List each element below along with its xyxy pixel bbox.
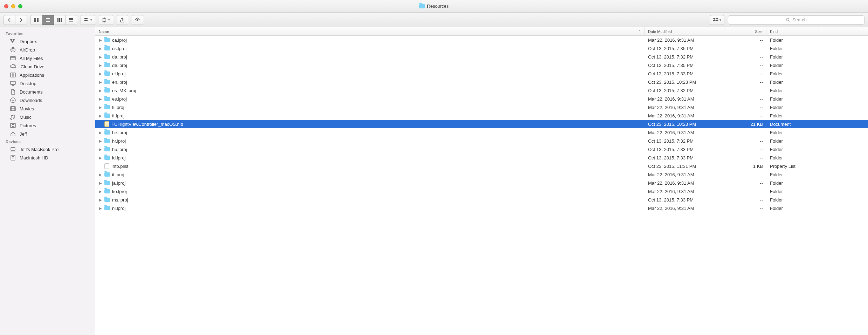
file-date: Mar 22, 2016, 9:31 AM — [645, 105, 724, 110]
file-row[interactable]: ▶es.lprojMar 22, 2016, 9:31 AM--Folder — [95, 95, 868, 103]
file-name: ms.lproj — [112, 197, 128, 203]
sidebar-item-desktop[interactable]: Desktop — [0, 79, 95, 88]
sidebar-item-label: Dropbox — [20, 39, 37, 44]
file-row[interactable]: ▶id.lprojOct 13, 2015, 7:33 PM--Folder — [95, 153, 868, 162]
file-row[interactable]: ▶ms.lprojOct 13, 2015, 7:33 PM--Folder — [95, 196, 868, 204]
disclosure-triangle-icon[interactable]: ▶ — [99, 55, 102, 59]
disclosure-triangle-icon[interactable]: ▶ — [99, 198, 102, 202]
view-list-button[interactable] — [42, 15, 54, 25]
file-row[interactable]: ▶ja.lprojMar 22, 2016, 9:31 AM--Folder — [95, 179, 868, 187]
sidebar-item-label: Jeff — [20, 131, 27, 137]
file-row[interactable]: ▶it.lprojMar 22, 2016, 9:31 AM--Folder — [95, 170, 868, 179]
file-row[interactable]: ▶ca.lprojMar 22, 2016, 9:31 AM--Folder — [95, 36, 868, 44]
column-date[interactable]: Date Modified — [645, 27, 724, 35]
disclosure-triangle-icon[interactable]: ▶ — [99, 148, 102, 151]
file-size: -- — [724, 180, 766, 186]
sidebar-item-label: All My Files — [20, 56, 43, 61]
column-name[interactable]: Name˄ — [95, 27, 645, 35]
file-date: Mar 22, 2016, 9:31 AM — [645, 130, 724, 135]
tags-button[interactable] — [132, 15, 143, 25]
view-group — [30, 15, 77, 25]
zoom-button[interactable] — [18, 4, 22, 8]
file-row[interactable]: ▶es_MX.lprojOct 13, 2015, 7:32 PM--Folde… — [95, 86, 868, 95]
column-size[interactable]: Size — [724, 27, 766, 35]
search-field[interactable]: Search — [728, 15, 864, 25]
file-row[interactable]: ▶cs.lprojOct 13, 2015, 7:35 PM--Folder — [95, 44, 868, 53]
disclosure-triangle-icon[interactable]: ▶ — [99, 97, 102, 101]
file-kind: Folder — [766, 130, 819, 135]
action-button[interactable]: ▾ — [99, 15, 113, 25]
disclosure-triangle-icon[interactable]: ▶ — [99, 105, 102, 109]
file-kind: Folder — [766, 189, 819, 194]
disclosure-triangle-icon[interactable]: ▶ — [99, 181, 102, 185]
file-row[interactable]: ▶he.lprojMar 22, 2016, 9:31 AM--Folder — [95, 128, 868, 137]
file-row[interactable]: ▶fr.lprojMar 22, 2016, 9:31 AM--Folder — [95, 111, 868, 120]
file-row[interactable]: ▶da.lprojOct 13, 2015, 7:32 PM--Folder — [95, 53, 868, 61]
sidebar-item-dropbox[interactable]: Dropbox — [0, 37, 95, 46]
file-row[interactable]: ▶ko.lprojMar 22, 2016, 9:31 AM--Folder — [95, 187, 868, 196]
view-coverflow-button[interactable] — [66, 15, 77, 25]
file-row[interactable]: ▶el.lprojOct 13, 2015, 7:33 PM--Folder — [95, 69, 868, 78]
disclosure-triangle-icon[interactable]: ▶ — [99, 89, 102, 93]
minimize-button[interactable] — [11, 4, 15, 8]
svg-rect-11 — [69, 21, 73, 21]
disclosure-triangle-icon[interactable]: ▶ — [99, 206, 102, 210]
file-row[interactable]: ▶en.lprojOct 23, 2015, 10:23 PM--Folder — [95, 78, 868, 86]
file-size: 21 KB — [724, 122, 766, 127]
sidebar-item-macintosh-hd[interactable]: Macintosh HD — [0, 153, 95, 162]
arrange-button[interactable]: ▾ — [81, 15, 95, 25]
file-row[interactable]: ▶de.lprojOct 13, 2015, 7:35 PM--Folder — [95, 61, 868, 69]
sidebar-item-music[interactable]: Music — [0, 113, 95, 121]
sidebar-item-airdrop[interactable]: AirDrop — [0, 46, 95, 54]
sidebar-item-jeff[interactable]: Jeff — [0, 130, 95, 138]
music-icon — [10, 114, 16, 120]
sidebar-item-icloud-drive[interactable]: iCloud Drive — [0, 62, 95, 71]
sidebar-item-downloads[interactable]: Downloads — [0, 96, 95, 104]
file-date: Mar 22, 2016, 9:31 AM — [645, 96, 724, 102]
sidebar-item-documents[interactable]: Documents — [0, 88, 95, 96]
file-name: fi.lproj — [112, 105, 124, 110]
disclosure-triangle-icon[interactable]: ▶ — [99, 38, 102, 42]
file-name: ja.lproj — [112, 180, 125, 186]
disclosure-triangle-icon[interactable]: ▶ — [99, 47, 102, 50]
file-row[interactable]: Info.plistOct 23, 2015, 11:31 PM1 KBProp… — [95, 162, 868, 170]
disclosure-triangle-icon[interactable]: ▶ — [99, 139, 102, 143]
forward-button[interactable] — [15, 15, 27, 25]
file-size: -- — [724, 54, 766, 60]
close-button[interactable] — [4, 4, 8, 8]
disclosure-triangle-icon[interactable]: ▶ — [99, 80, 102, 84]
disclosure-triangle-icon[interactable]: ▶ — [99, 156, 102, 160]
file-row[interactable]: ▶hu.lprojOct 13, 2015, 7:33 PM--Folder — [95, 145, 868, 153]
svg-rect-13 — [84, 18, 86, 19]
sidebar-item-all-my-files[interactable]: All My Files — [0, 54, 95, 62]
sidebar-item-movies[interactable]: Movies — [0, 104, 95, 113]
folder-icon — [104, 71, 110, 76]
documents-icon — [10, 89, 16, 95]
file-row[interactable]: ▶fi.lprojMar 22, 2016, 9:31 AM--Folder — [95, 103, 868, 111]
sidebar-item-applications[interactable]: Applications — [0, 71, 95, 79]
svg-rect-12 — [69, 21, 73, 22]
disclosure-triangle-icon[interactable]: ▶ — [99, 190, 102, 193]
disclosure-triangle-icon[interactable]: ▶ — [99, 72, 102, 76]
disclosure-triangle-icon[interactable]: ▶ — [99, 63, 102, 67]
file-row[interactable]: FUFlightViewController_macOS.nibOct 23, … — [95, 120, 868, 128]
file-row[interactable]: ▶nl.lprojMar 22, 2016, 9:31 AM--Folder — [95, 204, 868, 212]
disclosure-triangle-icon[interactable]: ▶ — [99, 114, 102, 118]
view-column-button[interactable] — [54, 15, 66, 25]
dropbox-toolbar-button[interactable]: ▾ — [710, 15, 724, 25]
column-kind[interactable]: Kind — [766, 27, 819, 35]
folder-icon — [104, 55, 110, 59]
file-size: -- — [724, 113, 766, 118]
sidebar-item-jeff-s-macbook-pro[interactable]: Jeff's MacBook Pro — [0, 145, 95, 153]
sidebar-item-pictures[interactable]: Pictures — [0, 121, 95, 130]
disclosure-triangle-icon[interactable]: ▶ — [99, 173, 102, 177]
view-icon-button[interactable] — [30, 15, 42, 25]
back-button[interactable] — [4, 15, 15, 25]
share-button[interactable] — [117, 15, 128, 25]
file-row[interactable]: ▶hr.lprojOct 13, 2015, 7:32 PM--Folder — [95, 137, 868, 145]
file-name: it.lproj — [112, 172, 124, 177]
disclosure-triangle-icon[interactable]: ▶ — [99, 131, 102, 135]
file-date: Oct 13, 2015, 7:33 PM — [645, 147, 724, 152]
folder-icon — [104, 156, 110, 160]
folder-icon — [104, 105, 110, 109]
